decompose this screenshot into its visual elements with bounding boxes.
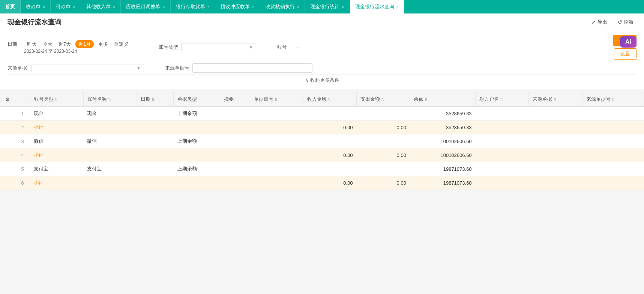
nav-home-label: 首页	[5, 3, 15, 10]
ai-badge[interactable]: Ai	[620, 36, 636, 48]
page-header: 现金银行流水查询 ↗ 导出 ↺ 刷新	[0, 13, 644, 30]
nav-tab-收款核销执行[interactable]: 收款核销执行×	[260, 0, 305, 13]
td-expense: 0.00	[357, 121, 410, 134]
refresh-icon: ↺	[618, 19, 622, 25]
sort-icon: ⇅	[328, 97, 331, 101]
date-option-近1月[interactable]: 近1月	[75, 40, 94, 48]
td-index: 2	[15, 121, 30, 134]
date-label: 日期	[8, 41, 23, 48]
nav-tab-付款单[interactable]: 付款单×	[51, 0, 81, 13]
th-income[interactable]: 收入金额⇅	[303, 92, 356, 107]
sort-icon: ⇅	[152, 97, 155, 101]
nav-tab-现金银行统计[interactable]: 现金银行统计×	[305, 0, 350, 13]
th-doc_no[interactable]: 单据编号⇅	[250, 92, 303, 107]
td-source_doc_no	[582, 134, 644, 148]
sort-icon: ⇅	[381, 97, 384, 101]
th-expense[interactable]: 支出金额⇅	[357, 92, 410, 107]
table-row: 4小计0.000.00100102606.60	[0, 148, 644, 162]
td-counterpart	[476, 134, 529, 148]
chevron-down-icon-2: ▼	[137, 66, 141, 70]
date-option-自定义[interactable]: 自定义	[113, 40, 130, 48]
td-doc_no	[250, 107, 303, 121]
nav-tab-其他收入单[interactable]: 其他收入单×	[81, 0, 121, 13]
collapse-label: 收起更多条件	[310, 77, 339, 84]
table-header: ⚙账号类型⇅账号名称⇅日期⇅单据类型摘要单据编号⇅收入金额⇅支出金额⇅余额⇅对方…	[0, 92, 644, 107]
td-source_doc_no	[582, 148, 644, 162]
td-date	[137, 148, 174, 162]
th-account_type[interactable]: 账号类型⇅	[30, 92, 83, 107]
td-source_doc_no	[582, 107, 644, 121]
td-source_doc_no	[582, 176, 644, 190]
td-expense: 0.00	[357, 176, 410, 190]
date-option-近7天[interactable]: 近7天	[57, 40, 72, 48]
td-doc_type	[174, 121, 220, 134]
td-balance: 19871073.60	[410, 162, 476, 176]
th-balance[interactable]: 余额⇅	[410, 92, 476, 107]
close-icon[interactable]: ×	[162, 4, 165, 9]
td-balance: 100102606.60	[410, 148, 476, 162]
nav-tab-应收应付调整单[interactable]: 应收应付调整单×	[121, 0, 170, 13]
close-icon[interactable]: ×	[73, 4, 75, 9]
td-doc_type: 上期余额	[174, 107, 220, 121]
close-icon[interactable]: ×	[113, 4, 115, 9]
td-account_name	[83, 148, 137, 162]
export-button[interactable]: ↗ 导出	[588, 17, 610, 27]
td-index: 5	[15, 162, 30, 176]
td-income: 0.00	[303, 148, 356, 162]
close-icon[interactable]: ×	[297, 4, 299, 9]
td-source_doc	[529, 134, 582, 148]
td-summary	[220, 176, 250, 190]
td-doc_type	[174, 148, 220, 162]
close-icon[interactable]: ×	[207, 4, 210, 9]
refresh-button[interactable]: ↺ 刷新	[615, 17, 636, 27]
sort-icon: ⇅	[553, 97, 556, 101]
filter-area: 日期 昨天今天近7天近1月更多自定义 2023-02-24 至 2023-03-…	[0, 30, 644, 89]
td-account_type: 现金	[30, 107, 83, 121]
date-option-昨天[interactable]: 昨天	[26, 40, 38, 48]
th-date[interactable]: 日期⇅	[137, 92, 174, 107]
th-source_doc[interactable]: 来源单据⇅	[529, 92, 582, 107]
settings-button[interactable]: 设置	[614, 48, 636, 60]
td-account_type: 微信	[30, 134, 83, 148]
date-option-更多[interactable]: 更多	[97, 40, 110, 48]
ai-label: Ai	[625, 39, 631, 45]
nav-tab-银行存取款单[interactable]: 银行存取款单×	[171, 0, 215, 13]
account-group: 账号 ···	[277, 44, 301, 51]
nav-tab-收款单[interactable]: 收款单×	[21, 0, 51, 13]
more-icon[interactable]: ···	[297, 45, 301, 50]
td-account_name	[83, 176, 137, 190]
td-counterpart	[476, 148, 529, 162]
close-icon[interactable]: ×	[342, 4, 344, 9]
nav-home[interactable]: 首页	[0, 0, 21, 13]
source-doc-select[interactable]: ▼	[32, 64, 144, 72]
th-source_doc_no[interactable]: 来源单据号⇅	[582, 92, 644, 107]
close-icon[interactable]: ×	[43, 4, 45, 9]
close-icon[interactable]: ×	[252, 4, 254, 9]
td-index: 3	[15, 134, 30, 148]
date-option-今天[interactable]: 今天	[41, 40, 54, 48]
account-type-select[interactable]: ▼	[181, 43, 256, 51]
td-index: 6	[15, 176, 30, 190]
td-summary	[220, 134, 250, 148]
close-icon[interactable]: ×	[396, 4, 399, 9]
source-doc-group: 来源单据 ▼	[8, 64, 144, 72]
th-account_name[interactable]: 账号名称⇅	[83, 92, 137, 107]
td-gear	[0, 121, 15, 134]
td-counterpart	[476, 107, 529, 121]
nav-tab-预收冲应收单[interactable]: 预收冲应收单×	[215, 0, 260, 13]
collapse-row[interactable]: ∧ 收起更多条件	[8, 74, 636, 85]
td-balance: 100102606.60	[410, 134, 476, 148]
td-doc_no	[250, 134, 303, 148]
nav-tab-现金银行流水查询[interactable]: 现金银行流水查询×	[350, 0, 404, 13]
source-doc-num-input[interactable]	[192, 63, 312, 73]
td-date	[137, 107, 174, 121]
td-date	[137, 121, 174, 134]
td-source_doc	[529, 121, 582, 134]
td-source_doc_no	[582, 121, 644, 134]
date-group: 日期 昨天今天近7天近1月更多自定义 2023-02-24 至 2023-03-…	[8, 40, 130, 55]
page-title: 现金银行流水查询	[8, 18, 62, 27]
th-counterpart[interactable]: 对方户名⇅	[476, 92, 529, 107]
td-doc_type	[174, 176, 220, 190]
td-income: 0.00	[303, 121, 356, 134]
source-doc-label: 来源单据	[8, 65, 29, 72]
